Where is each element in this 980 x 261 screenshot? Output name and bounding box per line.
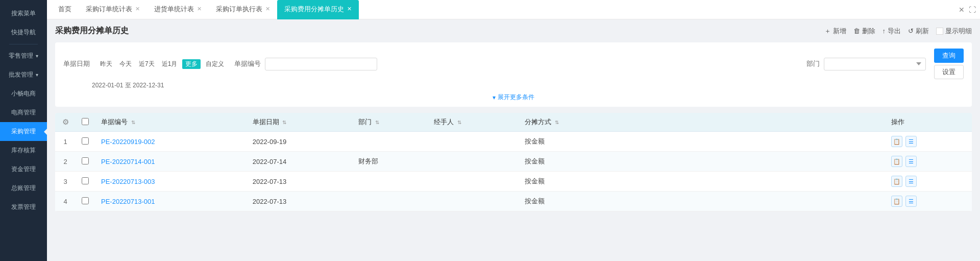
sort-icon[interactable]: ⇅	[131, 120, 135, 125]
row-checkbox[interactable]	[82, 177, 89, 184]
sort-icon[interactable]: ⇅	[282, 120, 286, 125]
table-row: 4 PE-20220713-001 2022-07-13 按金额 📋 ☰	[55, 192, 972, 211]
dept-select[interactable]	[824, 58, 926, 70]
detail-icon[interactable]: ☰	[905, 196, 917, 207]
doc-num-link[interactable]: PE-20220713-001	[101, 198, 155, 205]
date-more[interactable]: 更多	[182, 59, 201, 69]
col-split-method: 分摊方式 ⇅	[519, 113, 885, 132]
sidebar-item-label: 搜索菜单	[11, 10, 36, 17]
sort-icon[interactable]: ⇅	[555, 120, 559, 125]
expand-label: 展开更多条件	[498, 93, 534, 102]
table-row: 1 PE-20220919-002 2022-09-19 按金额 📋 ☰	[55, 132, 972, 152]
date-yesterday[interactable]: 昨天	[98, 59, 114, 69]
row-doc-num: PE-20220713-001	[95, 192, 247, 211]
sidebar-item-invoice[interactable]: 发票管理	[0, 198, 47, 217]
row-num: 3	[55, 172, 76, 192]
col-doc-num: 单据编号 ⇅	[95, 113, 247, 132]
sidebar-item-wholesale[interactable]: 批发管理 ▾	[0, 65, 47, 84]
row-checkbox-cell	[76, 152, 95, 172]
date-range-text: 2022-01-01 至 2022-12-31	[92, 82, 164, 89]
row-dept	[352, 132, 428, 152]
table-body: 1 PE-20220919-002 2022-09-19 按金额 📋 ☰ 2 P…	[55, 132, 972, 211]
sidebar-item-accounting[interactable]: 总账管理	[0, 179, 47, 198]
close-icon[interactable]: ✕	[197, 6, 202, 12]
date-label: 单据日期	[63, 59, 90, 68]
date-custom[interactable]: 自定义	[204, 59, 226, 69]
export-button[interactable]: ↑ 导出	[883, 27, 901, 36]
refresh-button[interactable]: ↺ 刷新	[908, 27, 929, 36]
close-all-icon[interactable]: ✕	[959, 6, 965, 14]
doc-num-link[interactable]: PE-20220919-002	[101, 138, 155, 146]
close-icon[interactable]: ✕	[347, 6, 352, 12]
edit-icon[interactable]: 📋	[891, 156, 902, 167]
row-doc-num: PE-20220714-001	[95, 152, 247, 172]
col-settings[interactable]: ⚙	[55, 113, 76, 132]
doc-num-link[interactable]: PE-20220714-001	[101, 158, 155, 165]
row-dept	[352, 172, 428, 192]
tab-cost-history[interactable]: 采购费用分摊单历史 ✕	[277, 0, 359, 19]
doc-number-label: 单据编号	[234, 59, 261, 68]
row-checkbox[interactable]	[82, 157, 89, 164]
close-icon[interactable]: ✕	[135, 6, 140, 12]
page-header: 采购费用分摊单历史 ＋ 新增 🗑 删除 ↑ 导出 ↺ 刷新	[55, 26, 972, 36]
tab-receipt-stats[interactable]: 进货单统计表 ✕	[147, 0, 209, 19]
detail-icon[interactable]: ☰	[905, 136, 917, 147]
date-today[interactable]: 今天	[117, 59, 134, 69]
row-actions: 📋 ☰	[885, 172, 972, 192]
sort-icon[interactable]: ⇅	[457, 120, 461, 125]
date-month[interactable]: 近1月	[160, 59, 180, 69]
show-columns-checkbox[interactable]	[936, 28, 943, 35]
row-doc-num: PE-20220919-002	[95, 132, 247, 152]
col-action: 操作	[885, 113, 972, 132]
delete-button[interactable]: 🗑 删除	[853, 27, 875, 36]
refresh-label: 刷新	[916, 27, 929, 36]
row-dept: 财务部	[352, 152, 428, 172]
tab-home[interactable]: 首页	[51, 0, 79, 19]
sidebar-item-ecommerce[interactable]: 电商管理	[0, 103, 47, 122]
col-checkbox	[76, 113, 95, 132]
sidebar-item-inventory[interactable]: 库存核算	[0, 141, 47, 160]
sidebar-item-purchase[interactable]: 采购管理	[0, 122, 47, 141]
doc-num-link[interactable]: PE-20220713-003	[101, 178, 155, 185]
sidebar-item-retail[interactable]: 零售管理 ▾	[0, 46, 47, 65]
sort-icon[interactable]: ⇅	[375, 120, 379, 125]
maximize-icon[interactable]: ⛶	[969, 6, 976, 14]
tab-label: 采购订单执行表	[216, 5, 262, 14]
row-num: 4	[55, 192, 76, 211]
add-button[interactable]: ＋ 新增	[824, 27, 846, 36]
expand-conditions-button[interactable]: ▾ 展开更多条件	[63, 90, 964, 103]
sidebar-item-shortcut[interactable]: 快捷导航	[0, 23, 47, 42]
edit-icon[interactable]: 📋	[891, 176, 902, 187]
row-checkbox-cell	[76, 192, 95, 211]
row-split-method: 按金额	[519, 152, 885, 172]
sidebar-item-mini[interactable]: 小畅电商	[0, 84, 47, 103]
doc-number-group: 单据编号	[234, 58, 798, 70]
sidebar: 搜索菜单 快捷导航 零售管理 ▾ 批发管理 ▾ 小畅电商 电商管理 采购管理 库…	[0, 0, 47, 261]
close-icon[interactable]: ✕	[265, 6, 270, 12]
row-checkbox-cell	[76, 172, 95, 192]
row-checkbox[interactable]	[82, 197, 89, 204]
tab-purchase-exec[interactable]: 采购订单执行表 ✕	[209, 0, 277, 19]
show-columns-toggle[interactable]: 显示明细	[936, 27, 972, 36]
tab-purchase-stats[interactable]: 采购订单统计表 ✕	[79, 0, 147, 19]
sidebar-item-label: 资金管理	[11, 165, 36, 173]
row-checkbox[interactable]	[82, 137, 89, 145]
dept-group: 部门	[806, 58, 926, 70]
settings-button[interactable]: 设置	[934, 65, 964, 79]
edit-icon[interactable]: 📋	[891, 136, 902, 147]
query-button[interactable]: 查询	[934, 49, 964, 63]
edit-icon[interactable]: 📋	[891, 196, 902, 207]
show-columns-label: 显示明细	[945, 27, 972, 36]
tab-label: 进货单统计表	[154, 5, 194, 14]
sidebar-item-search[interactable]: 搜索菜单	[0, 4, 47, 23]
row-doc-date: 2022-07-14	[247, 152, 353, 172]
date-week[interactable]: 近7天	[137, 59, 157, 69]
delete-label: 删除	[862, 27, 875, 36]
doc-number-input[interactable]	[265, 58, 377, 70]
sidebar-item-finance[interactable]: 资金管理	[0, 160, 47, 179]
detail-icon[interactable]: ☰	[905, 176, 917, 187]
row-doc-num: PE-20220713-003	[95, 172, 247, 192]
select-all-checkbox[interactable]	[82, 118, 89, 125]
detail-icon[interactable]: ☰	[905, 156, 917, 167]
settings-icon[interactable]: ⚙	[62, 117, 69, 126]
